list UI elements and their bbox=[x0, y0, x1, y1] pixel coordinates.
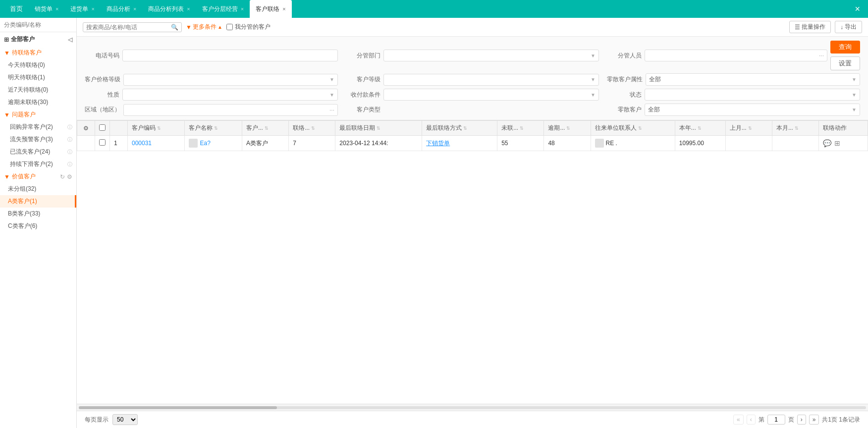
filter-phone-input[interactable] bbox=[122, 50, 338, 61]
window-close[interactable]: × bbox=[851, 4, 864, 14]
sidebar-a-class[interactable]: A类客户(1) bbox=[0, 195, 76, 208]
query-btn[interactable]: 查询 bbox=[830, 41, 860, 54]
filter-customer-type: 客户类型 bbox=[346, 104, 599, 116]
batch-icon: ☰ bbox=[795, 24, 800, 31]
filter-my-customers[interactable]: 我分管的客户 bbox=[226, 23, 271, 31]
horizontal-scrollbar[interactable] bbox=[77, 404, 868, 411]
value-settings-icon[interactable]: ⚙ bbox=[67, 173, 72, 180]
nav-home[interactable]: 首页 bbox=[4, 0, 29, 18]
cell-customer-code[interactable]: 000031 bbox=[127, 136, 184, 151]
filter-person-input[interactable]: ··· bbox=[645, 50, 827, 61]
customer-level-arrow-icon: ▼ bbox=[591, 77, 596, 82]
filter-customer-level-select[interactable]: ▼ bbox=[383, 74, 599, 86]
filter-bar: 🔍 ▼ 更多条件 ▲ 我分管的客户 ☰ 批量操作 ↓ 导出 bbox=[77, 18, 868, 37]
scroll-thumb[interactable] bbox=[79, 406, 277, 409]
nav-sales-close[interactable]: × bbox=[55, 6, 58, 12]
row-checkbox[interactable] bbox=[99, 139, 106, 146]
filter-more-btn[interactable]: ▼ 更多条件 ▲ bbox=[186, 23, 222, 31]
sort-unit-contact[interactable]: ⇅ bbox=[638, 126, 642, 131]
sidebar-churned[interactable]: 已流失客户(24) ⓘ bbox=[0, 146, 76, 158]
filter-region: 区域（地区） ··· bbox=[85, 104, 338, 116]
col-index bbox=[110, 121, 128, 136]
filter-region-input[interactable]: ··· bbox=[123, 104, 338, 116]
filter-search-icon[interactable]: 🔍 bbox=[171, 24, 178, 31]
table-settings-icon[interactable]: ⚙ bbox=[83, 125, 89, 132]
my-customers-checkbox[interactable] bbox=[226, 24, 233, 30]
filter-retail-attr-select[interactable]: 全部 ▼ bbox=[646, 73, 860, 86]
page-number-input[interactable] bbox=[767, 415, 785, 425]
value-refresh-icon[interactable]: ↻ bbox=[60, 173, 65, 180]
export-btn[interactable]: ↓ 导出 bbox=[835, 21, 862, 33]
sidebar-ungrouped[interactable]: 未分组(32) bbox=[0, 183, 76, 195]
page-size-select[interactable]: 50 100 200 bbox=[112, 414, 138, 425]
sidebar-overdue-contact[interactable]: 逾期未联络(30) bbox=[0, 96, 76, 108]
sidebar: 🔍 ⊞ 全部客户 ◁ ▼ 待联络客户 今天待联络(0) 明天待联络(1) 近7天… bbox=[0, 18, 77, 428]
action-qr-icon[interactable]: ⊞ bbox=[834, 139, 840, 147]
nav-product-list[interactable]: 商品分析列表 × bbox=[142, 0, 196, 18]
filter-search-input[interactable] bbox=[86, 24, 171, 31]
sort-contact-count[interactable]: ⇅ bbox=[311, 126, 315, 131]
sort-customer-name[interactable]: ⇅ bbox=[214, 126, 218, 131]
section-value-customers[interactable]: ▼ 价值客户 ↻ ⚙ bbox=[0, 170, 76, 183]
sidebar-repurchase-abnormal[interactable]: 回购异常客户(2) ⓘ bbox=[0, 121, 76, 133]
sort-overdue[interactable]: ⇅ bbox=[566, 126, 570, 131]
nav-purchase[interactable]: 进货单 × bbox=[64, 0, 100, 18]
filter-payment: 收付款条件 ▼ bbox=[346, 89, 599, 101]
sidebar-7days-contact[interactable]: 近7天待联络(0) bbox=[0, 84, 76, 96]
last-page-btn[interactable]: » bbox=[809, 415, 819, 425]
sidebar-search-input[interactable] bbox=[4, 21, 77, 28]
sidebar-tomorrow-contact[interactable]: 明天待联络(1) bbox=[0, 71, 76, 84]
next-page-btn[interactable]: › bbox=[797, 415, 806, 425]
person-dots-icon: ··· bbox=[819, 52, 824, 59]
section-pending-contact[interactable]: ▼ 待联络客户 bbox=[0, 47, 76, 59]
filter-dept-select[interactable]: ▼ bbox=[383, 50, 599, 61]
filter-status: 状态 ▼ bbox=[607, 89, 860, 101]
nav-product-analysis-close[interactable]: × bbox=[133, 6, 136, 12]
batch-operation-btn[interactable]: ☰ 批量操作 bbox=[789, 21, 831, 33]
section-problem-customers[interactable]: ▼ 问题客户 bbox=[0, 108, 76, 121]
sort-this-year[interactable]: ⇅ bbox=[698, 126, 702, 131]
last-contact-method-link[interactable]: 下销货单 bbox=[426, 140, 450, 147]
filter-payment-select[interactable]: ▼ bbox=[383, 89, 599, 101]
customer-name-text[interactable]: Ea? bbox=[200, 140, 210, 147]
filter-retail-attr-label: 零散客户属性 bbox=[607, 75, 643, 84]
pagination: « ‹ 第 页 › » 共1页 1条记录 bbox=[733, 415, 860, 425]
nav-purchase-close[interactable]: × bbox=[91, 6, 94, 12]
nav-customer-segmentation[interactable]: 客户分层经营 × bbox=[196, 0, 250, 18]
sort-this-month[interactable]: ⇅ bbox=[795, 126, 799, 131]
sidebar-c-class[interactable]: C类客户(6) bbox=[0, 220, 76, 232]
sort-last-contact-date[interactable]: ⇅ bbox=[377, 126, 380, 131]
sidebar-collapse-icon[interactable]: ◁ bbox=[68, 36, 72, 43]
nav-product-analysis[interactable]: 商品分析 × bbox=[101, 0, 142, 18]
nav-customer-contact[interactable]: 客户联络 × bbox=[250, 0, 291, 18]
sort-customer-code[interactable]: ⇅ bbox=[157, 126, 161, 131]
nav-customer-seg-close[interactable]: × bbox=[241, 6, 244, 12]
sort-last-month[interactable]: ⇅ bbox=[748, 126, 752, 131]
cell-last-contact-method: 下销货单 bbox=[422, 136, 497, 151]
sidebar-churn-warning[interactable]: 流失预警客户(3) ⓘ bbox=[0, 133, 76, 146]
sort-no-contact[interactable]: ⇅ bbox=[520, 126, 524, 131]
nav-sales[interactable]: 销货单 × bbox=[29, 0, 64, 18]
select-all-checkbox[interactable] bbox=[99, 124, 106, 131]
sidebar-declining[interactable]: 持续下滑客户(2) ⓘ bbox=[0, 158, 76, 170]
status-arrow-icon: ▼ bbox=[852, 92, 857, 98]
filter-status-select[interactable]: ▼ bbox=[645, 89, 860, 101]
sort-customer-type[interactable]: ⇅ bbox=[265, 126, 269, 131]
cell-action: 💬 ⊞ bbox=[819, 136, 868, 151]
sidebar-b-class[interactable]: B类客户(33) bbox=[0, 208, 76, 220]
info-icon-3: ⓘ bbox=[67, 149, 72, 156]
filter-price-level-select[interactable]: ▼ bbox=[123, 74, 338, 86]
filter-nature-select[interactable]: ▼ bbox=[122, 89, 338, 101]
nav-customer-contact-close[interactable]: × bbox=[282, 6, 285, 12]
sidebar-today-contact[interactable]: 今天待联络(0) bbox=[0, 59, 76, 71]
prev-page-btn[interactable]: ‹ bbox=[747, 415, 756, 425]
setting-btn[interactable]: 设置 bbox=[830, 56, 860, 70]
action-message-icon[interactable]: 💬 bbox=[823, 139, 831, 147]
nav-product-list-close[interactable]: × bbox=[187, 6, 190, 12]
sort-last-contact-method[interactable]: ⇅ bbox=[463, 126, 467, 131]
filter-customer-type-input[interactable] bbox=[383, 104, 599, 116]
filter-phone: 电话号码 bbox=[85, 41, 338, 70]
first-page-btn[interactable]: « bbox=[733, 415, 744, 425]
filter-retail-select[interactable]: 全部 ▼ bbox=[645, 104, 860, 116]
page-label: 第 bbox=[759, 416, 764, 424]
